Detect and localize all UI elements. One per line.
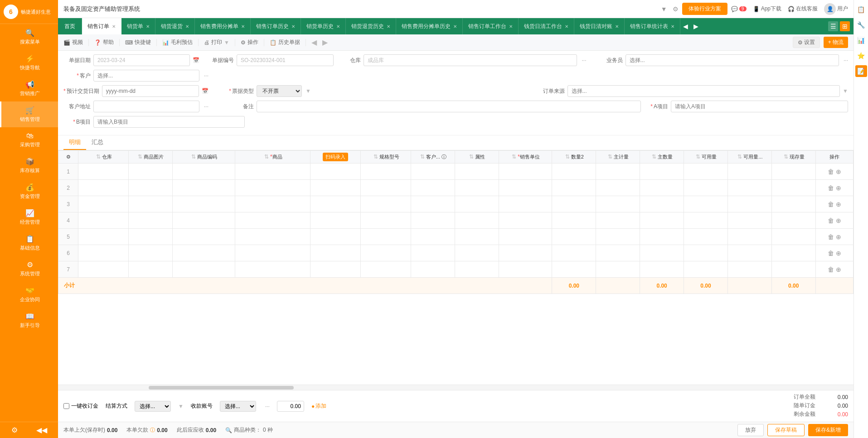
payment-method-select[interactable]: 选择...: [135, 401, 171, 412]
tab-close-9[interactable]: ✕: [509, 24, 513, 29]
settings-button[interactable]: ⚙ 设置: [793, 37, 820, 48]
row-available2-6[interactable]: [727, 245, 771, 261]
warehouse-dots[interactable]: ···: [582, 57, 586, 63]
row-copy-5[interactable]: ⊕: [836, 233, 841, 241]
delivery-input[interactable]: [102, 85, 199, 97]
row-stock-2[interactable]: [771, 180, 815, 196]
system-settings-icon[interactable]: ⚙: [673, 5, 679, 13]
sidebar-item-5[interactable]: 📦库存核算: [0, 153, 58, 178]
row-product-1[interactable]: [235, 164, 310, 180]
row-spec-6[interactable]: [361, 245, 411, 261]
row-main-qty-6[interactable]: [640, 245, 684, 261]
address-input[interactable]: [93, 101, 199, 112]
row-available-6[interactable]: [684, 245, 728, 261]
tab-close-4[interactable]: ✕: [241, 24, 245, 29]
tab-close-2[interactable]: ✕: [146, 24, 150, 29]
one-click-checkbox-item[interactable]: 一键收订金: [63, 402, 98, 410]
scan-btn[interactable]: 扫码录入: [323, 153, 348, 161]
row-product-5[interactable]: [235, 229, 310, 245]
row-img-1[interactable]: [129, 164, 173, 180]
row-scan-6[interactable]: [310, 245, 361, 261]
tab-1[interactable]: 销售订单✕: [82, 18, 121, 34]
row-copy-7[interactable]: ⊕: [836, 266, 841, 273]
row-qty2-6[interactable]: [552, 245, 596, 261]
row-spec-4[interactable]: [361, 212, 411, 229]
tab-2[interactable]: 销货单✕: [121, 18, 155, 34]
sidebar-item-3[interactable]: 🛒销售管理: [0, 101, 58, 127]
customer-input[interactable]: [93, 70, 199, 82]
remark-input[interactable]: [257, 101, 641, 112]
row-sale-unit-2[interactable]: [499, 180, 552, 196]
row-main-unit-3[interactable]: [596, 196, 640, 212]
tab-close-6[interactable]: ✕: [336, 24, 340, 29]
row-attr-6[interactable]: [455, 245, 499, 261]
row-attr-2[interactable]: [455, 180, 499, 196]
row-available2-2[interactable]: [727, 180, 771, 196]
toolbar-next-icon[interactable]: ▶: [322, 38, 328, 47]
row-main-unit-5[interactable]: [596, 229, 640, 245]
right-panel-icon-4[interactable]: ⭐: [855, 50, 867, 62]
row-stock-3[interactable]: [771, 196, 815, 212]
row-attr-3[interactable]: [455, 196, 499, 212]
tabbar-prev-btn[interactable]: ◀: [680, 23, 691, 30]
row-sale-unit-7[interactable]: [499, 261, 552, 278]
row-qty2-4[interactable]: [552, 212, 596, 229]
row-main-qty-2[interactable]: [640, 180, 684, 196]
tab-9[interactable]: 销售订单工作台✕: [463, 18, 519, 34]
toolbar-print[interactable]: 🖨 打印 ▼: [204, 39, 229, 46]
tab-close-1[interactable]: ✕: [112, 24, 116, 29]
toolbar-shortcut[interactable]: ⌨ 快捷键: [125, 39, 151, 46]
tab-close-7[interactable]: ✕: [387, 24, 390, 29]
row-img-6[interactable]: [129, 245, 173, 261]
row-attr-5[interactable]: [455, 229, 499, 245]
row-attr-1[interactable]: [455, 164, 499, 180]
row-delete-2[interactable]: 🗑: [828, 184, 834, 192]
toolbar-profit[interactable]: 📊 毛利预估: [162, 39, 193, 46]
current-info-icon[interactable]: ⓘ: [150, 427, 155, 433]
row-sale-unit-3[interactable]: [499, 196, 552, 212]
tab-close-10[interactable]: ✕: [565, 24, 568, 29]
row-code-1[interactable]: [172, 164, 235, 180]
tab-6[interactable]: 销货单历史✕: [301, 18, 346, 34]
row-product-4[interactable]: [235, 212, 310, 229]
row-delete-4[interactable]: 🗑: [828, 217, 834, 224]
sidebar-item-7[interactable]: 📈经营管理: [0, 204, 58, 230]
row-available2-7[interactable]: [727, 261, 771, 278]
sidebar-item-11[interactable]: 📖新手引导: [0, 308, 58, 333]
calendar-icon[interactable]: 📅: [193, 57, 199, 63]
sidebar-item-0[interactable]: 🔍搜索菜单: [0, 24, 58, 50]
row-spec-2[interactable]: [361, 180, 411, 196]
row-img-5[interactable]: [129, 229, 173, 245]
row-delete-5[interactable]: 🗑: [828, 233, 834, 241]
row-main-qty-1[interactable]: [640, 164, 684, 180]
sidebar-item-1[interactable]: ⚡快捷导航: [0, 50, 58, 76]
receipt-amount-input[interactable]: [277, 401, 304, 412]
row-main-unit-2[interactable]: [596, 180, 640, 196]
row-scan-3[interactable]: [310, 196, 361, 212]
row-qty2-3[interactable]: [552, 196, 596, 212]
row-code-5[interactable]: [172, 229, 235, 245]
tab-0[interactable]: 首页: [58, 18, 82, 34]
tab-3[interactable]: 销货退货✕: [155, 18, 195, 34]
row-main-qty-5[interactable]: [640, 229, 684, 245]
row-sale-unit-1[interactable]: [499, 164, 552, 180]
row-available-2[interactable]: [684, 180, 728, 196]
th-settings[interactable]: ⚙: [58, 151, 78, 164]
row-code-4[interactable]: [172, 212, 235, 229]
row-main-unit-7[interactable]: [596, 261, 640, 278]
save-draft-button[interactable]: 保存草稿: [767, 424, 805, 436]
sidebar-item-10[interactable]: 🤝企业协同: [0, 282, 58, 308]
app-download-item[interactable]: 📱 App下载: [753, 5, 781, 13]
row-available-4[interactable]: [684, 212, 728, 229]
row-available-7[interactable]: [684, 261, 728, 278]
row-stock-4[interactable]: [771, 212, 815, 229]
row-cust-code-1[interactable]: [411, 164, 455, 180]
tab-detail[interactable]: 明细: [63, 135, 86, 150]
row-warehouse-6[interactable]: [78, 245, 129, 261]
sidebar-settings-icon[interactable]: ⚙: [11, 426, 18, 434]
row-copy-4[interactable]: ⊕: [836, 217, 841, 224]
row-img-7[interactable]: [129, 261, 173, 278]
row-delete-6[interactable]: 🗑: [828, 250, 834, 257]
row-product-6[interactable]: [235, 245, 310, 261]
row-scan-2[interactable]: [310, 180, 361, 196]
